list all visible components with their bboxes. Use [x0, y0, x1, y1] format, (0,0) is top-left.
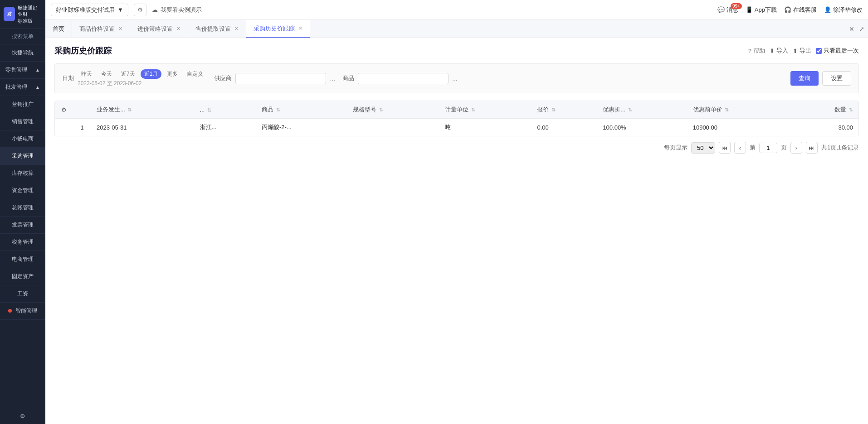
query-btn[interactable]: 查询 — [790, 71, 819, 86]
logo-text: 畅捷通好业财 标准版 — [18, 5, 42, 24]
row-discount-cell: 100.00% — [597, 119, 687, 136]
page-input[interactable] — [759, 143, 777, 153]
import-btn[interactable]: ⬇ 导入 — [770, 47, 788, 55]
sidebar-logo: 财 畅捷通好业财 标准版 — [0, 0, 45, 29]
tab-history-price-close-icon[interactable]: ✕ — [298, 25, 302, 31]
data-table: ⚙ 业务发生... ⇅ ... ⇅ 商品 ⇅ — [55, 101, 858, 136]
th-quantity[interactable]: 数量 ⇅ — [793, 101, 858, 119]
supplier-input[interactable] — [235, 73, 326, 84]
tab-close-window-icon[interactable]: ✕ — [849, 25, 854, 33]
th-date[interactable]: 业务发生... ⇅ — [91, 101, 195, 119]
tab-purchase-strategy-close-icon[interactable]: ✕ — [176, 26, 180, 32]
sidebar-item-assets[interactable]: 固定资产 — [0, 268, 45, 285]
sidebar-item-accounting[interactable]: 总账管理 — [0, 199, 45, 217]
per-page-select[interactable]: 50 — [691, 142, 715, 154]
sidebar-item-invoice[interactable]: 发票管理 — [0, 217, 45, 234]
import-icon: ⬇ — [770, 48, 775, 54]
date-btn-7days[interactable]: 近7天 — [117, 69, 139, 79]
th-pre-discount-price[interactable]: 优惠前单价 ⇅ — [688, 101, 793, 119]
message-badge: 99+ — [731, 3, 742, 9]
sidebar-search[interactable]: 搜索菜单 — [0, 29, 45, 44]
help-btn[interactable]: ? 帮助 — [748, 47, 765, 55]
export-icon: ⬆ — [793, 48, 798, 54]
row-no-cell: 1 — [73, 119, 91, 136]
row-unit-cell: 吨 — [439, 119, 532, 136]
date-filter: 日期 昨天 今天 近7天 近1月 更多 自定义 2023-05-02 至 202… — [62, 69, 207, 87]
th-goods[interactable]: 商品 ⇅ — [256, 101, 347, 119]
phone-icon: 📱 — [746, 6, 753, 13]
page-last-btn[interactable]: ⏭ — [806, 142, 818, 154]
date-btn-yesterday[interactable]: 昨天 — [78, 69, 96, 79]
row-date-cell: 2023-05-31 — [91, 119, 195, 136]
demo-btn[interactable]: ☁ 我要看实例演示 — [152, 6, 202, 14]
goods-input[interactable] — [358, 73, 449, 84]
sidebar-item-finance[interactable]: 资金管理 — [0, 182, 45, 199]
date-btn-today[interactable]: 今天 — [98, 69, 116, 79]
sidebar-settings-btn[interactable]: ⚙ — [0, 408, 45, 424]
topbar-right: 💬 消息 99+ 📱 App下载 🎧 在线客服 👤 徐泽华修改 — [717, 6, 863, 14]
tab-sell-strategy-close-icon[interactable]: ✕ — [234, 26, 239, 32]
user-menu-btn[interactable]: 👤 徐泽华修改 — [824, 6, 863, 14]
th-unit-sort-icon: ⇅ — [471, 107, 475, 112]
cloud-icon: ☁ — [152, 6, 158, 13]
table-row: 1 2023-05-31 浙江... 丙烯酸-2-... 吨 0.00 100.… — [55, 119, 858, 136]
page-prev-btn[interactable]: ‹ — [734, 142, 746, 154]
sidebar-item-inventory[interactable]: 库存核算 — [0, 165, 45, 182]
tab-sell-strategy[interactable]: 售价提取设置 ✕ — [188, 20, 246, 38]
export-btn[interactable]: ⬆ 导出 — [793, 47, 811, 55]
tab-price-close-icon[interactable]: ✕ — [118, 26, 122, 32]
sidebar-item-sales[interactable]: 销售管理 — [0, 113, 45, 130]
goods-filter-label: 商品 — [342, 74, 354, 82]
sidebar-item-retail[interactable]: 零售管理 ▲ — [0, 62, 45, 79]
supplier-dots-btn[interactable]: ... — [330, 75, 335, 82]
page-first-btn[interactable]: ⏮ — [719, 142, 731, 154]
th-discount[interactable]: 优惠折... ⇅ — [597, 101, 687, 119]
goods-dots-btn[interactable]: ... — [452, 75, 458, 82]
sidebar-item-ecommerce-small[interactable]: 小畅电商 — [0, 130, 45, 148]
last-only-input[interactable] — [816, 48, 822, 54]
filter-actions: 查询 设置 — [790, 71, 851, 86]
tab-expand-icon[interactable]: ⤢ — [859, 25, 864, 33]
message-btn[interactable]: 💬 消息 99+ — [717, 6, 738, 14]
tabs-window-controls: ✕ ⤢ — [845, 25, 868, 33]
tab-bar: 首页 商品价格设置 ✕ 进价策略设置 ✕ 售价提取设置 ✕ 采购历史价跟踪 ✕ … — [45, 20, 868, 38]
page-next-btn[interactable]: › — [790, 142, 802, 154]
date-filter-label: 日期 — [62, 74, 74, 82]
sidebar-item-salary[interactable]: 工资 — [0, 285, 45, 303]
th-unit[interactable]: 计量单位 ⇅ — [439, 101, 532, 119]
last-only-checkbox[interactable]: 只看最后一次 — [816, 47, 859, 55]
settings-filter-btn[interactable]: 设置 — [822, 71, 851, 86]
sidebar-item-wholesale[interactable]: 批发管理 ▲ — [0, 79, 45, 96]
date-btn-1month[interactable]: 近1月 — [141, 69, 162, 79]
app-download-btn[interactable]: 📱 App下载 — [746, 6, 777, 14]
sidebar-item-tax[interactable]: 税务管理 — [0, 234, 45, 251]
sidebar-item-purchase[interactable]: 采购管理 — [0, 148, 45, 165]
th-settings[interactable]: ⚙ — [55, 101, 73, 119]
online-service-btn[interactable]: 🎧 在线客服 — [784, 6, 817, 14]
th-quantity-sort-icon: ⇅ — [849, 107, 853, 112]
row-spec-cell — [347, 119, 439, 136]
sidebar: 财 畅捷通好业财 标准版 搜索菜单 快捷导航 零售管理 ▲ 批发管理 ▲ 营销推… — [0, 0, 45, 424]
sidebar-item-smart[interactable]: 智能管理 — [0, 303, 45, 320]
product-selector[interactable]: 好业财标准版交付试用 ▼ — [51, 4, 128, 16]
supplier-filter: 供应商 ... — [214, 73, 335, 84]
tab-home[interactable]: 首页 — [45, 20, 72, 38]
th-more[interactable]: ... ⇅ — [195, 101, 256, 119]
th-spec[interactable]: 规格型号 ⇅ — [347, 101, 439, 119]
row-supplier-cell: 浙江... — [195, 119, 256, 136]
headset-icon: 🎧 — [784, 6, 791, 13]
settings-icon: ⚙ — [137, 6, 143, 13]
date-buttons: 昨天 今天 近7天 近1月 更多 自定义 — [78, 69, 207, 79]
tab-history-price[interactable]: 采购历史价跟踪 ✕ — [246, 20, 310, 38]
filter-row: 日期 昨天 今天 近7天 近1月 更多 自定义 2023-05-02 至 202… — [62, 69, 851, 87]
date-btn-custom[interactable]: 自定义 — [183, 69, 207, 79]
topbar-settings-btn[interactable]: ⚙ — [134, 4, 146, 16]
smart-dot — [8, 309, 12, 313]
sidebar-item-marketing[interactable]: 营销推广 — [0, 96, 45, 113]
sidebar-item-quick-nav: 快捷导航 — [0, 44, 45, 62]
date-btn-more[interactable]: 更多 — [163, 69, 181, 79]
tab-purchase-strategy[interactable]: 进价策略设置 ✕ — [130, 20, 188, 38]
th-price[interactable]: 报价 ⇅ — [532, 101, 597, 119]
sidebar-item-ecommerce[interactable]: 电商管理 — [0, 251, 45, 268]
tab-price[interactable]: 商品价格设置 ✕ — [72, 20, 130, 38]
